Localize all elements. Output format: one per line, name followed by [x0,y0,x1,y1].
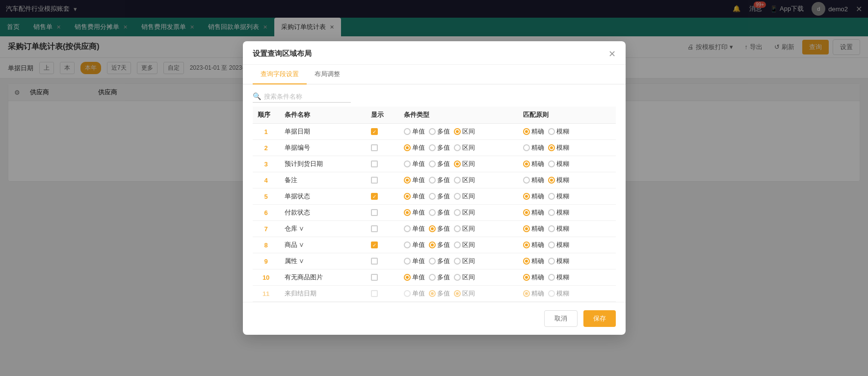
radio-type-type_range[interactable]: 区间 [454,143,475,152]
dialog-tab-layout[interactable]: 布局调整 [307,65,348,84]
radio-match-label: 模糊 [556,127,569,136]
radio-circle-icon [454,144,461,151]
radio-circle-icon [404,161,411,167]
radio-type-label: 区间 [462,127,475,136]
row-show-checkbox[interactable] [366,156,398,172]
radio-circle-icon [523,128,530,135]
radio-type-label: 多值 [437,176,450,185]
table-header-row: 顺序 条件名称 显示 条件类型 匹配原则 [253,107,616,124]
radio-circle-icon [404,144,411,151]
dialog-table-wrap: 顺序 条件名称 显示 条件类型 匹配原则 1单据日期单值多值区间精确模糊2单据编… [243,107,626,187]
col-header-name: 条件名称 [280,107,367,124]
row-condition-name: 备注 [280,172,367,187]
radio-type-type_multi[interactable]: 多值 [429,127,450,136]
dialog-tabs: 查询字段设置 布局调整 [243,65,626,84]
radio-match-match_fuzzy[interactable]: 模糊 [548,143,569,152]
search-icon: 🔍 [253,92,261,100]
row-type-radio-group: 单值多值区间 [399,140,518,156]
radio-match-match_fuzzy[interactable]: 模糊 [548,160,569,168]
dialog-tab-query-fields[interactable]: 查询字段设置 [253,65,307,84]
row-condition-name: 单据日期 [280,124,367,140]
radio-match-match_exact[interactable]: 精确 [523,127,544,136]
row-show-checkbox[interactable] [366,140,398,156]
row-order: 1 [253,124,280,140]
radio-circle-icon [454,161,461,167]
radio-type-type_single[interactable]: 单值 [404,160,425,168]
search-input[interactable] [264,93,342,100]
row-order: 4 [253,172,280,187]
radio-match-label: 模糊 [556,176,569,185]
radio-circle-icon [548,128,555,135]
row-match-radio-group: 精确模糊 [518,124,616,140]
radio-type-label: 单值 [412,143,425,152]
dialog-close-button[interactable]: ✕ [608,50,616,58]
search-box: 🔍 [253,90,351,103]
radio-type-type_single[interactable]: 单值 [404,127,425,136]
radio-type-label: 单值 [412,176,425,185]
checkbox-icon[interactable] [371,128,378,135]
radio-match-label: 精确 [531,160,544,168]
row-type-radio-group: 单值多值区间 [399,172,518,187]
radio-match-match_exact[interactable]: 精确 [523,176,544,185]
radio-type-label: 区间 [462,143,475,152]
radio-circle-icon [523,161,530,167]
radio-type-label: 多值 [437,160,450,168]
radio-circle-icon [548,177,555,184]
radio-circle-icon [523,144,530,151]
radio-match-label: 精确 [531,127,544,136]
radio-type-label: 多值 [437,127,450,136]
checkbox-icon[interactable] [371,177,378,184]
radio-match-match_exact[interactable]: 精确 [523,143,544,152]
radio-match-match_fuzzy[interactable]: 模糊 [548,176,569,185]
radio-match-label: 模糊 [556,143,569,152]
radio-circle-icon [429,177,436,184]
dialog-table: 顺序 条件名称 显示 条件类型 匹配原则 1单据日期单值多值区间精确模糊2单据编… [253,107,616,187]
table-row: 1单据日期单值多值区间精确模糊 [253,124,616,140]
radio-match-label: 精确 [531,176,544,185]
dialog-search-area: 🔍 [243,84,626,107]
radio-type-label: 区间 [462,160,475,168]
row-type-radio-group: 单值多值区间 [399,156,518,172]
row-order: 3 [253,156,280,172]
dialog-title: 设置查询区域布局 [253,49,312,58]
radio-circle-icon [429,128,436,135]
modal-overlay: 设置查询区域布局 ✕ 查询字段设置 布局调整 🔍 顺序 条件名称 显示 [0,0,868,187]
radio-type-type_range[interactable]: 区间 [454,127,475,136]
radio-match-label: 模糊 [556,160,569,168]
radio-circle-icon [429,144,436,151]
radio-type-type_multi[interactable]: 多值 [429,143,450,152]
radio-circle-icon [404,177,411,184]
row-match-radio-group: 精确模糊 [518,156,616,172]
radio-type-label: 单值 [412,127,425,136]
radio-type-type_multi[interactable]: 多值 [429,160,450,168]
dialog-header: 设置查询区域布局 ✕ [243,41,626,65]
radio-circle-icon [454,177,461,184]
table-row: 3预计到货日期单值多值区间精确模糊 [253,156,616,172]
radio-type-type_range[interactable]: 区间 [454,160,475,168]
col-header-type: 条件类型 [399,107,518,124]
row-type-radio-group: 单值多值区间 [399,124,518,140]
checkbox-icon[interactable] [371,144,378,151]
row-show-checkbox[interactable] [366,172,398,187]
radio-match-match_exact[interactable]: 精确 [523,160,544,168]
radio-type-type_range[interactable]: 区间 [454,176,475,185]
radio-circle-icon [429,161,436,167]
radio-type-type_multi[interactable]: 多值 [429,176,450,185]
radio-type-label: 单值 [412,160,425,168]
dialog-settings: 设置查询区域布局 ✕ 查询字段设置 布局调整 🔍 顺序 条件名称 显示 [243,41,626,187]
checkbox-icon[interactable] [371,161,378,167]
radio-type-type_single[interactable]: 单值 [404,143,425,152]
radio-circle-icon [523,177,530,184]
radio-type-type_single[interactable]: 单值 [404,176,425,185]
row-match-radio-group: 精确模糊 [518,172,616,187]
col-header-match: 匹配原则 [518,107,616,124]
table-row: 2单据编号单值多值区间精确模糊 [253,140,616,156]
col-header-order: 顺序 [253,107,280,124]
radio-circle-icon [548,144,555,151]
row-condition-name: 单据编号 [280,140,367,156]
row-show-checkbox[interactable] [366,124,398,140]
radio-type-label: 区间 [462,176,475,185]
radio-circle-icon [454,128,461,135]
radio-match-match_fuzzy[interactable]: 模糊 [548,127,569,136]
table-row: 4备注单值多值区间精确模糊 [253,172,616,187]
